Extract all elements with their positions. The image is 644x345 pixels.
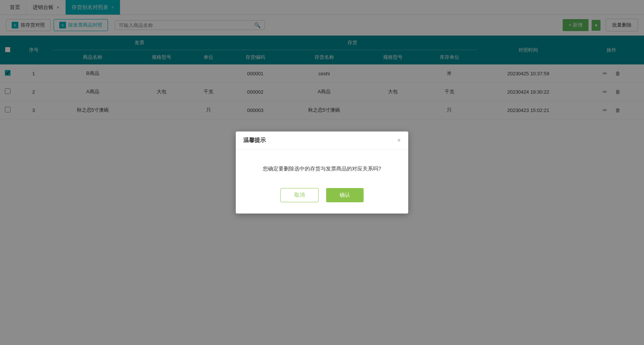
dialog-close-button[interactable]: ×: [397, 137, 401, 144]
btn-confirm[interactable]: 确认: [326, 188, 364, 202]
dialog-header: 温馨提示 ×: [236, 131, 408, 149]
modal-overlay: 温馨提示 × 您确定要删除选中的存货与发票商品的对应关系吗? 取消 确认: [0, 0, 644, 345]
dialog-message: 您确定要删除选中的存货与发票商品的对应关系吗?: [247, 164, 397, 173]
btn-cancel[interactable]: 取消: [280, 188, 319, 202]
dialog-body: 您确定要删除选中的存货与发票商品的对应关系吗?: [236, 149, 408, 184]
dialog-footer: 取消 确认: [236, 184, 408, 214]
dialog-title: 温馨提示: [243, 137, 266, 144]
dialog: 温馨提示 × 您确定要删除选中的存货与发票商品的对应关系吗? 取消 确认: [236, 131, 408, 213]
